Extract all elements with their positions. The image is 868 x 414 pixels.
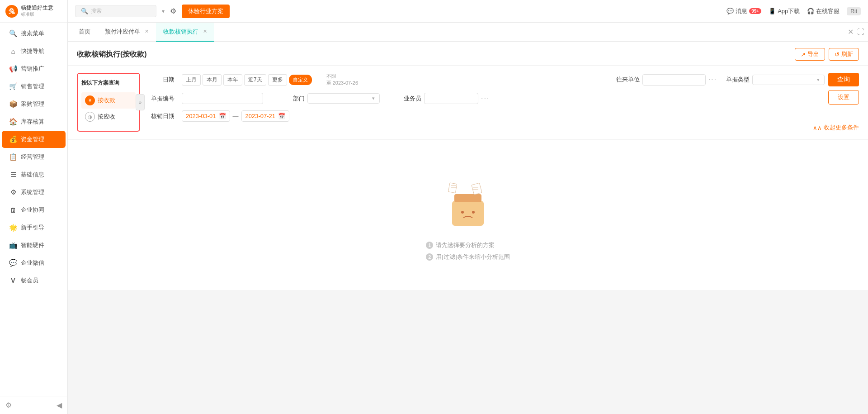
tab-prepay-label: 预付冲应付单 bbox=[105, 28, 140, 36]
collapse-more-button[interactable]: ∧∧ 收起更多条件 bbox=[813, 124, 859, 132]
sidebar-item-label: 企业协同 bbox=[21, 206, 44, 214]
sidebar-item-label: 系统管理 bbox=[21, 188, 44, 196]
empty-svg bbox=[441, 176, 495, 230]
logo-icon: 兔 bbox=[5, 5, 18, 18]
topbar-search[interactable]: 🔍 搜索 bbox=[75, 5, 156, 17]
verify-date-end-value: 2023-07-21 bbox=[245, 113, 276, 119]
date-to-text: 至 2023-07-26 bbox=[326, 80, 358, 86]
main-area: 🔍 搜索 ▾ ⚙ 休验行业方案 💬 消息 99+ 📱 App下载 🎧 在线客服 … bbox=[68, 0, 868, 414]
doc-type-label: 单据类型 bbox=[722, 76, 750, 84]
sidebar-item-system[interactable]: ⚙ 系统管理 bbox=[2, 184, 66, 201]
weixin-icon: 💬 bbox=[9, 259, 17, 267]
hint-2-text: 用[过滤]条件来缩小分析范围 bbox=[436, 251, 509, 263]
more-date-btn[interactable]: 更多 bbox=[268, 74, 287, 86]
doc-no-label: 单据编号 bbox=[147, 95, 175, 103]
sidebar-item-quick-nav[interactable]: ⌂ 快捷导航 bbox=[2, 43, 66, 60]
topbar-gear-icon[interactable]: ⚙ bbox=[170, 7, 176, 15]
user-avatar[interactable]: Rit bbox=[847, 7, 861, 15]
sidebar-item-guide[interactable]: 🌟 新手引导 bbox=[2, 219, 66, 236]
sidebar-item-marketing[interactable]: 📢 营销推广 bbox=[2, 60, 66, 77]
logo-text-group: 畅捷通好生意 标准版 bbox=[21, 5, 53, 18]
date-label: 日期 bbox=[147, 76, 175, 84]
staff-ellipsis-icon[interactable]: ··· bbox=[481, 95, 490, 103]
tabs-bar: 首页 预付冲应付单 ✕ 收款核销执行 ✕ ✕ ⛶ bbox=[68, 23, 868, 42]
last-month-btn[interactable]: 上月 bbox=[182, 74, 201, 86]
purchase-icon: 📦 bbox=[9, 100, 17, 108]
verify-date-start-value: 2023-03-01 bbox=[186, 113, 216, 119]
sidebar-item-finance[interactable]: 💰 资金管理 bbox=[2, 131, 66, 148]
tab-close-btn[interactable]: ✕ bbox=[848, 28, 854, 36]
sidebar-item-member[interactable]: V 畅会员 bbox=[2, 272, 66, 289]
sidebar-item-label: 快捷导航 bbox=[21, 47, 44, 55]
partner-ellipsis-icon[interactable]: ··· bbox=[708, 76, 717, 84]
by-receivable-label: 按应收 bbox=[98, 113, 115, 121]
tab-prepay[interactable]: 预付冲应付单 ✕ bbox=[98, 23, 156, 42]
svg-point-3 bbox=[472, 211, 475, 214]
dept-select[interactable]: ▾ bbox=[307, 93, 380, 104]
panel-collapse-btn[interactable]: » bbox=[136, 94, 145, 110]
collapse-sidebar-icon[interactable]: ◀ bbox=[57, 401, 62, 409]
tab-payment-verify-close-icon[interactable]: ✕ bbox=[203, 29, 207, 34]
export-button[interactable]: ↗ 导出 bbox=[795, 48, 825, 61]
tab-prepay-close-icon[interactable]: ✕ bbox=[145, 29, 149, 34]
sidebar-item-operations[interactable]: 📋 经营管理 bbox=[2, 148, 66, 166]
this-month-btn[interactable]: 本月 bbox=[203, 74, 222, 86]
date-separator: — bbox=[233, 113, 239, 119]
staff-input[interactable] bbox=[424, 93, 478, 104]
sidebar-item-purchase[interactable]: 📦 采购管理 bbox=[2, 95, 66, 113]
query-button[interactable]: 查询 bbox=[828, 73, 859, 86]
filter-row-2: 单据编号 部门 ▾ 业务员 bbox=[147, 93, 825, 104]
last-7days-btn[interactable]: 近7天 bbox=[244, 74, 266, 86]
sidebar-item-search[interactable]: 🔍 搜索菜单 bbox=[2, 25, 66, 42]
sidebar-item-inventory[interactable]: 🏠 库存核算 bbox=[2, 113, 66, 130]
filter-option-by-payment[interactable]: ¥ 按收款 bbox=[81, 92, 136, 109]
filter-action-buttons: 查询 设置 bbox=[828, 73, 859, 122]
industry-solution-button[interactable]: 休验行业方案 bbox=[182, 5, 230, 18]
page-content: 收款核销执行(按收款) ↗ 导出 ↺ 刷新 按以下方案查询 ¥ 按收款 bbox=[68, 42, 868, 414]
sidebar-item-basic-info[interactable]: ☰ 基础信息 bbox=[2, 166, 66, 183]
app-download-btn[interactable]: 📱 App下载 bbox=[769, 7, 800, 15]
tab-fullscreen-btn[interactable]: ⛶ bbox=[857, 28, 864, 36]
tab-payment-verify[interactable]: 收款核销执行 ✕ bbox=[156, 23, 214, 42]
partner-input[interactable] bbox=[642, 74, 706, 86]
search-menu-icon: 🔍 bbox=[9, 29, 17, 38]
sidebar-item-label: 智能硬件 bbox=[21, 241, 44, 249]
svg-point-2 bbox=[461, 211, 464, 214]
topbar-dropdown-icon[interactable]: ▾ bbox=[162, 8, 165, 14]
sidebar-item-weixin[interactable]: 💬 企业微信 bbox=[2, 254, 66, 271]
sidebar: 兔 畅捷通好生意 标准版 🔍 搜索菜单 ⌂ 快捷导航 📢 营销推广 🛒 销售管理… bbox=[0, 0, 68, 414]
message-label: 消息 bbox=[736, 7, 747, 15]
system-icon: ⚙ bbox=[9, 188, 17, 196]
settings-button[interactable]: 设置 bbox=[828, 90, 859, 105]
message-btn[interactable]: 💬 消息 99+ bbox=[726, 7, 761, 15]
online-service-btn[interactable]: 🎧 在线客服 bbox=[807, 7, 840, 15]
settings-footer-icon[interactable]: ⚙ bbox=[5, 401, 12, 409]
doc-type-select[interactable]: ▾ bbox=[752, 75, 825, 85]
export-label: 导出 bbox=[807, 50, 819, 58]
sidebar-item-label: 搜索菜单 bbox=[21, 29, 44, 38]
sidebar-item-sales[interactable]: 🛒 销售管理 bbox=[2, 78, 66, 95]
sales-icon: 🛒 bbox=[9, 82, 17, 90]
logo-badge: 标准版 bbox=[21, 11, 53, 18]
page-header-actions: ↗ 导出 ↺ 刷新 bbox=[795, 48, 859, 61]
calendar-end-icon: 📅 bbox=[278, 113, 285, 119]
this-year-btn[interactable]: 本年 bbox=[223, 74, 242, 86]
search-text: 搜索 bbox=[91, 7, 102, 15]
doc-no-input[interactable] bbox=[182, 93, 263, 104]
svg-rect-0 bbox=[452, 201, 484, 226]
filter-option-by-receivable[interactable]: ◑ 按应收 bbox=[81, 109, 136, 125]
tab-home[interactable]: 首页 bbox=[71, 23, 98, 42]
sidebar-item-collaboration[interactable]: 🗓 企业协同 bbox=[2, 201, 66, 219]
tabs-controls: ✕ ⛶ bbox=[848, 28, 868, 36]
custom-date-btn[interactable]: 自定义 bbox=[289, 75, 312, 85]
logo-name: 畅捷通好生意 bbox=[21, 5, 53, 12]
chevron-down-icon: ▾ bbox=[817, 77, 820, 83]
dept-chevron-icon: ▾ bbox=[372, 95, 375, 101]
filter-area: 按以下方案查询 ¥ 按收款 ◑ 按应收 » bbox=[68, 66, 868, 139]
sidebar-menu: 🔍 搜索菜单 ⌂ 快捷导航 📢 营销推广 🛒 销售管理 📦 采购管理 🏠 库存核… bbox=[0, 23, 67, 396]
verify-date-end-field[interactable]: 2023-07-21 📅 bbox=[241, 110, 290, 122]
staff-label: 业务员 bbox=[394, 95, 421, 103]
refresh-button[interactable]: ↺ 刷新 bbox=[829, 48, 859, 61]
sidebar-item-hardware[interactable]: 📺 智能硬件 bbox=[2, 237, 66, 254]
verify-date-start-field[interactable]: 2023-03-01 📅 bbox=[182, 110, 230, 122]
